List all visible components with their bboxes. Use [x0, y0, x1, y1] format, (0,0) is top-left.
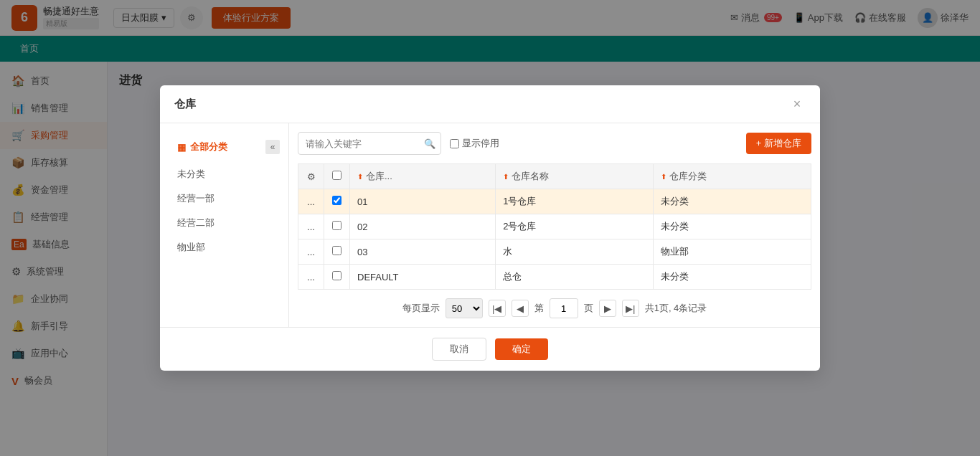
pagination: 每页显示 50 20 100 |◀ ◀ 第 页 ▶ ▶| 共1页, 4 [298, 298, 811, 318]
row-name: 2号仓库 [496, 214, 654, 239]
row-checkbox[interactable] [332, 246, 341, 255]
row-category: 未分类 [654, 265, 811, 290]
collapse-category-btn[interactable]: « [265, 140, 280, 154]
col-category-header: ⬆ 仓库分类 [654, 164, 811, 189]
modal-overlay: 仓库 × ▦ 全部分类 « 未分类 经营一部 经营二部 [0, 0, 980, 456]
row-checkbox[interactable] [332, 271, 341, 280]
confirm-button[interactable]: 确定 [495, 338, 548, 360]
category-item-dept2[interactable]: 经营二部 [160, 211, 288, 235]
show-disabled-label: 显示停用 [462, 137, 499, 150]
table-row[interactable]: ... 03 水 物业部 [298, 239, 811, 265]
per-page-select[interactable]: 50 20 100 [446, 298, 483, 318]
col-check [324, 164, 350, 189]
row-actions: ... [298, 239, 324, 265]
row-category: 物业部 [654, 239, 811, 265]
row-actions: ... [298, 214, 324, 239]
table-container: ⚙ ⬆ 仓库... [298, 163, 811, 290]
row-name: 总仓 [496, 265, 654, 290]
page-label: 第 [534, 302, 544, 315]
modal-footer: 取消 确定 [160, 327, 820, 371]
table-row[interactable]: ... 02 2号仓库 未分类 [298, 214, 811, 239]
all-category-label: 全部分类 [190, 141, 227, 153]
search-input[interactable] [298, 132, 441, 155]
modal-title: 仓库 [174, 98, 196, 111]
col-category-label: 仓库分类 [669, 170, 707, 183]
sort-icon-name: ⬆ [503, 173, 509, 181]
row-checkbox[interactable] [332, 196, 341, 205]
category-panel: ▦ 全部分类 « 未分类 经营一部 经营二部 物业部 [160, 123, 289, 327]
page-input[interactable] [550, 298, 578, 318]
sort-icon-code: ⬆ [357, 173, 363, 181]
warehouse-table: ⚙ ⬆ 仓库... [298, 163, 811, 290]
page-last-btn[interactable]: ▶| [622, 300, 639, 317]
search-wrap: 🔍 [298, 132, 441, 155]
all-category-btn[interactable]: ▦ 全部分类 [169, 136, 236, 158]
category-item-property[interactable]: 物业部 [160, 235, 288, 260]
category-item-dept1[interactable]: 经营一部 [160, 186, 288, 211]
row-code: 02 [350, 214, 496, 239]
row-code: 01 [350, 189, 496, 214]
row-checkbox-cell [324, 265, 350, 290]
row-code: 03 [350, 239, 496, 265]
row-checkbox-cell [324, 214, 350, 239]
search-icon[interactable]: 🔍 [424, 138, 435, 149]
col-settings: ⚙ [298, 164, 324, 189]
page-prev-btn[interactable]: ◀ [512, 300, 529, 317]
page-next-btn[interactable]: ▶ [599, 300, 616, 317]
col-code-label: 仓库... [366, 170, 392, 183]
row-checkbox-cell [324, 239, 350, 265]
show-disabled-checkbox-label[interactable]: 显示停用 [450, 137, 499, 150]
table-panel: 🔍 显示停用 + 新增仓库 ⚙ [289, 123, 820, 327]
row-checkbox-cell [324, 189, 350, 214]
table-row[interactable]: ... 01 1号仓库 未分类 [298, 189, 811, 214]
row-actions: ... [298, 265, 324, 290]
table-toolbar: 🔍 显示停用 + 新增仓库 [298, 132, 811, 155]
row-name: 1号仓库 [496, 189, 654, 214]
page-unit: 页 [584, 302, 593, 315]
category-header: ▦ 全部分类 « [160, 132, 288, 162]
col-name-header: ⬆ 仓库名称 [496, 164, 654, 189]
page-first-btn[interactable]: |◀ [489, 300, 506, 317]
col-code-header: ⬆ 仓库... [350, 164, 496, 189]
row-actions: ... [298, 189, 324, 214]
total-pages-text: 共1页, 4条记录 [645, 302, 707, 315]
cancel-button[interactable]: 取消 [432, 338, 486, 361]
add-warehouse-btn[interactable]: + 新增仓库 [746, 133, 811, 154]
modal-header: 仓库 × [160, 85, 820, 123]
per-page-label: 每页显示 [402, 302, 440, 315]
sort-icon-category: ⬆ [661, 173, 666, 181]
warehouse-modal: 仓库 × ▦ 全部分类 « 未分类 经营一部 经营二部 [160, 85, 820, 371]
row-name: 水 [496, 239, 654, 265]
row-category: 未分类 [654, 189, 811, 214]
select-all-checkbox[interactable] [332, 171, 341, 180]
category-item-unclassified[interactable]: 未分类 [160, 162, 288, 186]
row-code: DEFAULT [350, 265, 496, 290]
modal-close-btn[interactable]: × [788, 95, 806, 113]
row-checkbox[interactable] [332, 221, 341, 230]
col-name-label: 仓库名称 [512, 170, 549, 183]
modal-body: ▦ 全部分类 « 未分类 经营一部 经营二部 物业部 [160, 123, 820, 327]
show-disabled-checkbox[interactable] [450, 139, 459, 148]
grid-icon: ▦ [177, 142, 186, 153]
table-row[interactable]: ... DEFAULT 总仓 未分类 [298, 265, 811, 290]
row-category: 未分类 [654, 214, 811, 239]
